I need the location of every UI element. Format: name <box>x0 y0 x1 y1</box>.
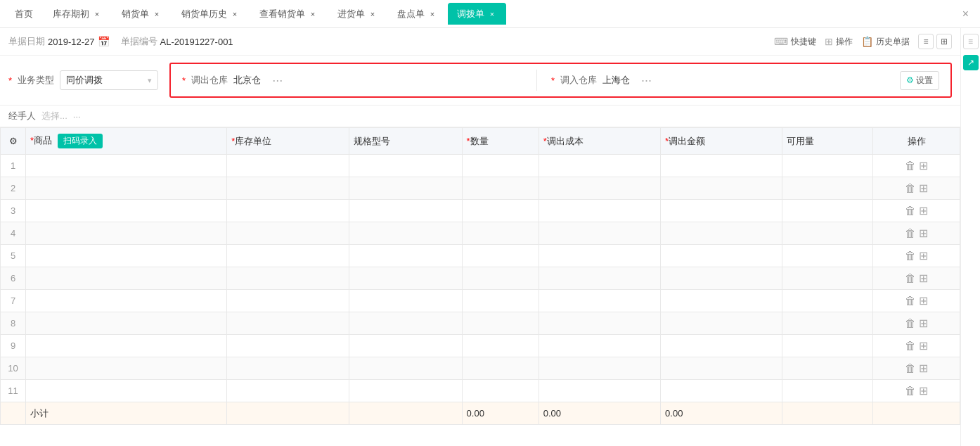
table-row: 7🗑⊞ <box>1 290 960 312</box>
warehouse-divider <box>536 70 537 91</box>
col-gear[interactable]: ⚙ <box>1 128 26 155</box>
copy-icon[interactable]: ⊞ <box>919 295 928 307</box>
delete-icon[interactable]: 🗑 <box>905 340 916 352</box>
delete-icon[interactable]: 🗑 <box>905 362 916 374</box>
table-row: 3🗑⊞ <box>1 200 960 222</box>
warehouse-section: * 调出仓库 北京仓 ··· * 调入仓库 上海仓 ··· ⚙ 设置 <box>169 63 952 98</box>
scan-entry-button[interactable]: 扫码录入 <box>58 134 103 148</box>
keyboard-icon: ⌨ <box>774 36 788 47</box>
table-row: 2🗑⊞ <box>1 177 960 200</box>
table-row: 1🗑⊞ <box>1 155 960 177</box>
delete-icon[interactable]: 🗑 <box>905 182 916 194</box>
sidebar-list-icon[interactable]: ≡ <box>963 34 979 49</box>
business-type-row: * 业务类型 同价调拨 ▾ <box>8 70 158 90</box>
delete-icon[interactable]: 🗑 <box>905 250 916 262</box>
close-icon[interactable]: × <box>230 9 240 19</box>
delete-icon[interactable]: 🗑 <box>905 317 916 329</box>
col-available: 可用量 <box>782 128 873 155</box>
delete-icon[interactable]: 🗑 <box>905 160 916 172</box>
table-row: 11🗑⊞ <box>1 380 960 402</box>
table-row: 8🗑⊞ <box>1 312 960 335</box>
toolbar: 单据日期 2019-12-27 📅 单据编号 AL-20191227-001 ⌨… <box>0 28 960 56</box>
copy-icon[interactable]: ⊞ <box>919 362 928 374</box>
delete-icon[interactable]: 🗑 <box>905 205 916 217</box>
copy-icon[interactable]: ⊞ <box>919 272 928 284</box>
col-product: *商品 扫码录入 <box>26 128 227 155</box>
delete-icon[interactable]: 🗑 <box>905 295 916 307</box>
toolbar-right: ⌨ 快捷键 ⊞ 操作 📋 历史单据 ≡ ⊞ <box>774 34 952 49</box>
grid-view-icon[interactable]: ⊞ <box>936 34 952 49</box>
transfer-out-field: * 调出仓库 北京仓 ··· <box>182 73 522 88</box>
col-unit: *库存单位 <box>227 128 349 155</box>
person-more-icon[interactable]: ··· <box>73 111 81 122</box>
col-cost: *调出成本 <box>539 128 660 155</box>
copy-icon[interactable]: ⊞ <box>919 182 928 194</box>
operation-button[interactable]: ⊞ 操作 <box>825 36 853 48</box>
table-row: 9🗑⊞ <box>1 335 960 357</box>
list-view-icon[interactable]: ≡ <box>918 34 934 49</box>
calendar-icon[interactable]: 📅 <box>98 36 110 47</box>
delete-icon[interactable]: 🗑 <box>905 272 916 284</box>
grid-icon: ⊞ <box>825 36 833 47</box>
close-icon[interactable]: × <box>152 9 162 19</box>
form-section: * 业务类型 同价调拨 ▾ * 调出仓库 北京仓 ··· * 调入仓库 上海仓 … <box>0 56 960 106</box>
tab-sales-order[interactable]: 销货单 × <box>112 3 171 25</box>
close-icon[interactable]: × <box>92 9 102 19</box>
delete-icon[interactable]: 🗑 <box>905 227 916 239</box>
copy-icon[interactable]: ⊞ <box>919 205 928 217</box>
history-icon: 📋 <box>861 36 873 47</box>
col-action: 操作 <box>873 128 960 155</box>
transfer-in-field: * 调入仓库 上海仓 ··· <box>551 73 891 88</box>
main-table: ⚙ *商品 扫码录入 *库存单位 规格型号 *数量 *调出成本 *调出金额 可用… <box>0 127 960 425</box>
business-type-select[interactable]: 同价调拨 ▾ <box>60 70 158 90</box>
tab-purchase[interactable]: 进货单 × <box>328 3 387 25</box>
copy-icon[interactable]: ⊞ <box>919 227 928 239</box>
close-icon[interactable]: × <box>308 9 318 19</box>
sidebar-expand-icon[interactable]: ↗ <box>963 55 979 70</box>
tab-inventory-init[interactable]: 库存期初 × <box>44 3 111 25</box>
transfer-in-more-icon[interactable]: ··· <box>641 73 652 88</box>
main-content: 单据日期 2019-12-27 📅 单据编号 AL-20191227-001 ⌨… <box>0 28 960 446</box>
window-close-button[interactable]: × <box>957 5 974 23</box>
number-field: 单据编号 AL-20191227-001 <box>121 35 233 48</box>
settings-button[interactable]: ⚙ 设置 <box>900 71 939 90</box>
close-icon[interactable]: × <box>368 9 378 19</box>
col-amount: *调出金额 <box>661 128 782 155</box>
delete-icon[interactable]: 🗑 <box>905 385 916 397</box>
history-button[interactable]: 📋 历史单据 <box>861 36 910 48</box>
right-sidebar: ≡ ↗ <box>960 28 980 446</box>
tab-view-sales[interactable]: 查看销货单 × <box>250 3 327 25</box>
transfer-out-more-icon[interactable]: ··· <box>272 73 283 88</box>
close-icon[interactable]: × <box>427 9 437 19</box>
tab-bar: 首页 库存期初 × 销货单 × 销货单历史 × 查看销货单 × 进货单 × 盘点… <box>0 0 980 28</box>
tab-sales-history[interactable]: 销货单历史 × <box>172 3 249 25</box>
person-row: 经手人 选择... ··· <box>0 106 960 127</box>
table-row: 6🗑⊞ <box>1 267 960 290</box>
tab-home[interactable]: 首页 <box>6 3 42 25</box>
settings-gear-icon: ⚙ <box>906 75 914 85</box>
copy-icon[interactable]: ⊞ <box>919 340 928 352</box>
copy-icon[interactable]: ⊞ <box>919 250 928 262</box>
tab-transfer[interactable]: 调拨单 × <box>448 3 506 25</box>
col-qty: *数量 <box>462 128 539 155</box>
col-spec: 规格型号 <box>349 128 462 155</box>
tab-stocktake[interactable]: 盘点单 × <box>388 3 446 25</box>
copy-icon[interactable]: ⊞ <box>919 385 928 397</box>
table-container: ⚙ *商品 扫码录入 *库存单位 规格型号 *数量 *调出成本 *调出金额 可用… <box>0 127 960 446</box>
table-row: 5🗑⊞ <box>1 245 960 267</box>
shortcut-key-button[interactable]: ⌨ 快捷键 <box>774 36 816 48</box>
date-field: 单据日期 2019-12-27 📅 <box>8 35 110 48</box>
table-row: 10🗑⊞ <box>1 357 960 380</box>
subtotal-row: 小计 0.00 0.00 0.00 <box>1 402 960 425</box>
copy-icon[interactable]: ⊞ <box>919 160 928 172</box>
close-icon[interactable]: × <box>487 9 497 19</box>
copy-icon[interactable]: ⊞ <box>919 317 928 329</box>
table-row: 4🗑⊞ <box>1 222 960 245</box>
dropdown-arrow-icon: ▾ <box>148 76 152 85</box>
